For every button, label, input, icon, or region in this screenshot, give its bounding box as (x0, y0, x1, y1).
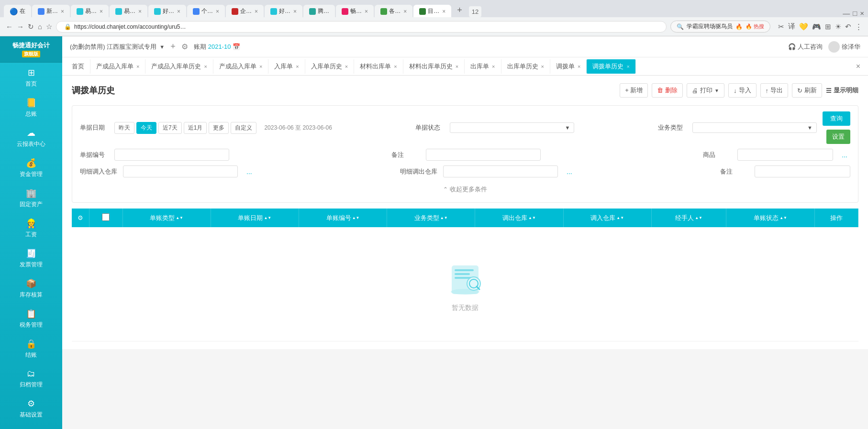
tab-home[interactable]: 首页 (66, 59, 90, 74)
sidebar-item-wages[interactable]: 👷 工资 (0, 213, 62, 243)
goods-input[interactable] (737, 149, 833, 161)
back-button[interactable]: ← (6, 22, 13, 31)
tab-material-out-history[interactable]: 材料出库单历史 × (403, 59, 465, 74)
tab-close-inbound[interactable]: × (296, 64, 299, 69)
tab-close-outbound[interactable]: × (492, 64, 495, 69)
browser-tab-3[interactable]: 易… × (110, 5, 147, 17)
tab-inbound-history[interactable]: 入库单历史 × (305, 59, 354, 74)
url-bar[interactable]: 🔒 https://cloud.chanjet.com/accounting/u… (56, 21, 667, 33)
sidebar-item-reports[interactable]: ☁ 云报表中心 (0, 123, 62, 153)
detail-in-more-icon[interactable]: ... (244, 168, 255, 176)
user-profile-button[interactable]: 徐泽华 (828, 41, 860, 53)
col-out-warehouse[interactable]: 调出仓库 ▲▼ (475, 209, 563, 227)
delete-button[interactable]: 🗑 删除 (652, 83, 683, 98)
sidebar-item-finance[interactable]: 💰 资金管理 (0, 153, 62, 183)
tab-finished-goods-in[interactable]: 产成品入库单 × (90, 59, 145, 74)
date-btn-7days[interactable]: 近7天 (158, 122, 182, 134)
consult-button[interactable]: 🎧 人工咨询 (788, 43, 823, 51)
refresh-button[interactable]: ↻ 刷新 (792, 83, 822, 98)
sort-doc-date-icon[interactable]: ▲▼ (264, 216, 271, 220)
browser-tab-5[interactable]: 个… × (187, 5, 225, 17)
sort-out-warehouse-icon[interactable]: ▲▼ (528, 216, 536, 220)
col-gear[interactable]: ⚙ (72, 209, 89, 227)
tab-inbound[interactable]: 入库单 × (268, 59, 305, 74)
date-btn-yesterday[interactable]: 昨天 (114, 122, 134, 134)
collapse-more-button[interactable]: ⌃ 收起更多条件 (80, 182, 850, 197)
detail-out-input[interactable] (443, 165, 558, 177)
browser-tab-4[interactable]: 好… × (148, 5, 186, 17)
tab-close-outbound-history[interactable]: × (541, 64, 544, 69)
new-tab-button[interactable]: + (452, 3, 467, 17)
tab-outbound[interactable]: 出库单 × (465, 59, 501, 74)
print-button[interactable]: 🖨 打印 ▼ (687, 83, 724, 98)
sidebar-item-guide[interactable]: 📖 新手引导 (0, 424, 62, 429)
date-btn-today[interactable]: 今天 (136, 122, 156, 134)
biz-type-filter-select[interactable]: ▼ (692, 122, 817, 133)
settings-gear-icon[interactable]: ⚙ (181, 42, 188, 51)
tab-finished-goods-in-history[interactable]: 产成品入库单历史 × (145, 59, 213, 74)
tab-close-finished-goods-in2[interactable]: × (259, 64, 262, 69)
sort-handler-icon[interactable]: ▲▼ (695, 216, 702, 220)
display-cols-button[interactable]: ☰ 显示明细 (826, 86, 858, 95)
select-all-checkbox[interactable] (102, 213, 110, 221)
sidebar-item-inventory[interactable]: 📦 库存核算 (0, 274, 62, 304)
col-checkbox[interactable] (89, 209, 122, 227)
maximize-button[interactable]: □ (853, 9, 857, 17)
theme-icon[interactable]: ☀ (835, 22, 841, 31)
bookmark-button[interactable]: ☆ (46, 22, 52, 31)
period-selector[interactable]: 账期 2021-10 📅 (194, 43, 241, 51)
sidebar-item-home[interactable]: ⊞ 首页 (0, 63, 62, 93)
tab-close-finished-goods-in[interactable]: × (136, 64, 139, 69)
browser-tab-8[interactable]: 腾… (303, 5, 335, 17)
sidebar-item-tax[interactable]: 📋 税务管理 (0, 304, 62, 334)
col-biz-type[interactable]: 业务类型 ▲▼ (387, 209, 475, 227)
browser-tab-9[interactable]: 畅… × (336, 5, 374, 17)
tab-close-material-out-history[interactable]: × (456, 64, 458, 69)
sort-in-warehouse-icon[interactable]: ▲▼ (616, 216, 624, 220)
translate-icon[interactable]: 译 (788, 22, 795, 31)
company-selector[interactable]: (勿删勿禁用) 江西服宝测试专用 ▼ (70, 43, 165, 51)
import-button[interactable]: ↓ 导入 (728, 83, 757, 98)
col-handler[interactable]: 经手人 ▲▼ (651, 209, 726, 227)
close-window-button[interactable]: × (860, 9, 864, 17)
date-btn-more[interactable]: 更多 (209, 122, 229, 134)
home-button[interactable]: ⌂ (38, 22, 42, 31)
query-button[interactable]: 查询 (823, 111, 850, 126)
sort-doc-no-icon[interactable]: ▲▼ (352, 216, 360, 220)
sidebar-item-closing[interactable]: 🔒 结账 (0, 334, 62, 364)
browser-tab-2[interactable]: 易… × (71, 5, 109, 17)
tab-close-finished-goods-in-history[interactable]: × (204, 64, 207, 69)
close-all-tabs-button[interactable]: × (852, 62, 864, 71)
undo-icon[interactable]: ↶ (845, 22, 851, 31)
browser-tab-home[interactable]: 🔵 在 (4, 5, 31, 17)
sort-doc-type-icon[interactable]: ▲▼ (176, 216, 183, 220)
browser-tab-1[interactable]: 新… × (32, 5, 70, 17)
grid-icon[interactable]: ⊞ (825, 22, 831, 31)
chrome-search-box[interactable]: 🔍 学霸应聘场驱鸟员 🔥 🔥 热搜 (670, 21, 770, 33)
tab-finished-goods-in2[interactable]: 产成品入库单 × (213, 59, 268, 74)
tab-count-badge[interactable]: 12 (469, 6, 481, 17)
sidebar-item-settings[interactable]: ⚙ 基础设置 (0, 394, 62, 424)
add-company-button[interactable]: + (170, 42, 176, 52)
tab-close-transfer[interactable]: × (578, 64, 580, 69)
detail-in-input[interactable] (123, 165, 238, 177)
status-filter-select[interactable]: ▼ (450, 122, 574, 133)
extensions-icon[interactable]: ✂ (778, 22, 784, 31)
col-doc-type[interactable]: 单账类型 ▲▼ (122, 209, 211, 227)
col-doc-no[interactable]: 单账编号 ▲▼ (299, 209, 387, 227)
col-doc-status[interactable]: 单账状态 ▲▼ (726, 209, 814, 227)
game-icon[interactable]: 🎮 (812, 22, 821, 31)
browser-tab-6[interactable]: 企… × (226, 5, 264, 17)
tab-outbound-history[interactable]: 出库单历史 × (501, 59, 550, 74)
tab-transfer-history[interactable]: 调拨单历史 × (587, 59, 635, 74)
browser-tab-11[interactable]: 目… × (413, 5, 451, 17)
goods-more-icon[interactable]: ... (839, 151, 850, 159)
tab-close-transfer-history[interactable]: × (626, 64, 629, 69)
date-btn-custom[interactable]: 自定义 (231, 122, 256, 134)
sort-biz-type-icon[interactable]: ▲▼ (440, 216, 448, 220)
setting-button[interactable]: 设置 (826, 130, 850, 144)
sidebar-item-assets[interactable]: 🏢 固定资产 (0, 183, 62, 213)
table-gear-icon[interactable]: ⚙ (78, 214, 83, 221)
tab-close-inbound-history[interactable]: × (345, 64, 348, 69)
wallet-icon[interactable]: 💛 (799, 22, 808, 31)
